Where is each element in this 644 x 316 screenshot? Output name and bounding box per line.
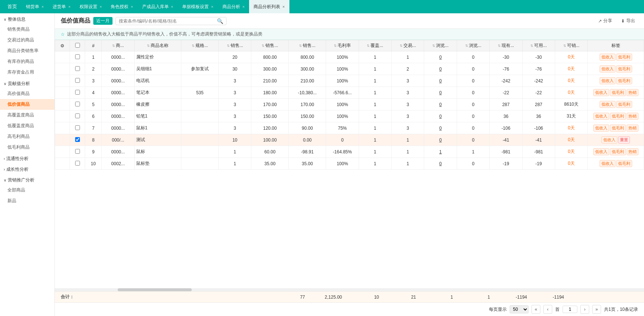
col-header-coverage[interactable]: ⇅覆盖... (359, 40, 391, 51)
row-checkbox[interactable] (75, 54, 80, 59)
view1-link[interactable]: 0 (439, 137, 442, 143)
cell-check[interactable] (70, 63, 85, 75)
nav-home[interactable]: 首页 (3, 0, 21, 13)
nav-purchase[interactable]: 进货单× (48, 0, 75, 13)
cell-check[interactable] (70, 158, 85, 170)
last-page-button[interactable]: » (592, 305, 601, 314)
sidebar-item-stock-products[interactable]: 有库存的商品 (0, 56, 54, 67)
cell-check[interactable] (70, 51, 85, 63)
sidebar-item-stock-capital[interactable]: 库存资金占用 (0, 67, 54, 78)
nav-permission[interactable]: 权限设置× (75, 0, 106, 13)
view1-link[interactable]: 0 (439, 55, 442, 60)
nav-role[interactable]: 角色授权× (106, 0, 137, 13)
cell-view1[interactable]: 0 (424, 111, 457, 122)
sidebar-item-traded-products[interactable]: 交易过的商品 (0, 35, 54, 45)
horizontal-scrollbar[interactable] (55, 288, 644, 291)
cell-view1[interactable]: 0 (424, 75, 457, 87)
search-icon[interactable]: 🔍 (217, 18, 223, 24)
cell-view1[interactable]: 0 (424, 99, 457, 111)
cell-settings[interactable] (55, 134, 70, 146)
row-checkbox[interactable] (75, 137, 80, 142)
row-checkbox[interactable] (75, 78, 80, 83)
row-checkbox[interactable] (75, 149, 80, 154)
cell-check[interactable] (70, 122, 85, 134)
sidebar-item-sales-products[interactable]: 销售类商品 (0, 24, 54, 35)
export-button[interactable]: ⬇ 导出 (618, 16, 638, 26)
col-header-settings[interactable]: ⚙ (55, 40, 70, 51)
scrollbar-thumb[interactable] (118, 288, 192, 291)
nav-template[interactable]: 单据模板设置× (178, 0, 218, 13)
cell-settings[interactable] (55, 51, 70, 63)
prev-page-button[interactable]: ‹ (543, 305, 552, 314)
sidebar-item-low-margin[interactable]: 低毛利商品 (0, 142, 54, 153)
view1-link[interactable]: 0 (439, 114, 442, 119)
cell-settings[interactable] (55, 111, 70, 122)
cell-settings[interactable] (55, 63, 70, 75)
sidebar-item-high-value[interactable]: 高价值商品 (0, 88, 54, 99)
col-header-spec[interactable]: ⇅规格... (181, 40, 218, 51)
cell-settings[interactable] (55, 87, 70, 99)
share-button[interactable]: ↗ 分享 (595, 16, 615, 26)
next-page-button[interactable]: › (580, 305, 589, 314)
cell-view1[interactable]: 0 (424, 87, 457, 99)
data-table-wrapper[interactable]: ⚙ # ⇅商... ⇅商品名称 ⇅规格... (55, 40, 644, 288)
col-header-gross-rate[interactable]: ⇅毛利率 (326, 40, 359, 51)
cell-settings[interactable] (55, 122, 70, 134)
search-input[interactable] (119, 18, 215, 24)
row-checkbox[interactable] (75, 66, 80, 71)
sidebar-item-low-coverage[interactable]: 低覆盖度商品 (0, 120, 54, 131)
view1-link[interactable]: 0 (439, 90, 442, 95)
sidebar-group-flow[interactable]: › 流通性分析 (0, 153, 54, 163)
sidebar-item-low-value[interactable]: 低价值商品 (0, 99, 54, 110)
cell-check[interactable] (70, 99, 85, 111)
col-header-sale-avg[interactable]: ⇅销售... (289, 40, 326, 51)
sidebar-item-all-products[interactable]: 全部商品 (0, 185, 54, 196)
sidebar-item-high-margin[interactable]: 高毛利商品 (0, 131, 54, 142)
cell-view1[interactable]: 0 (424, 122, 457, 134)
filter-tag-month[interactable]: 近一月 (93, 17, 113, 25)
cell-view1[interactable]: 0 (424, 51, 457, 63)
row-checkbox[interactable] (75, 125, 80, 130)
cell-view1[interactable]: 0 (424, 63, 457, 75)
col-header-stock[interactable]: ⇅现有... (490, 40, 522, 51)
col-header-name[interactable]: ⇅商品名称 (134, 40, 181, 51)
sidebar-group-growth[interactable]: › 成长性分析 (0, 163, 54, 174)
col-header-view2[interactable]: ⇅浏览... (457, 40, 489, 51)
nav-analysis[interactable]: 商品分析× (218, 0, 249, 13)
cell-view1[interactable]: 0 (424, 134, 457, 146)
first-page-button[interactable]: « (531, 305, 540, 314)
cell-check[interactable] (70, 75, 85, 87)
row-checkbox[interactable] (75, 90, 80, 95)
sidebar-group-overall[interactable]: ∨ 整体信息 (0, 13, 54, 24)
cell-settings[interactable] (55, 146, 70, 158)
cell-check[interactable] (70, 134, 85, 146)
sidebar-item-category-sales-rate[interactable]: 商品分类销售率 (0, 45, 54, 56)
col-header-sale-amt[interactable]: ⇅销售... (251, 40, 289, 51)
col-header-sellable[interactable]: ⇅可销... (555, 40, 587, 51)
per-page-select[interactable]: 50 100 200 (510, 305, 529, 313)
nav-analysis-list[interactable]: 商品分析列表× (249, 0, 289, 13)
col-header-trade[interactable]: ⇅交易... (392, 40, 424, 51)
view1-link[interactable]: 1 (439, 149, 442, 154)
cell-check[interactable] (70, 111, 85, 122)
cell-settings[interactable] (55, 99, 70, 111)
cell-check[interactable] (70, 146, 85, 158)
cell-settings[interactable] (55, 158, 70, 170)
cell-view1[interactable]: 0 (424, 158, 457, 170)
col-header-view1[interactable]: ⇅浏览... (424, 40, 457, 51)
col-header-sale-qty[interactable]: ⇅销售... (218, 40, 251, 51)
cell-settings[interactable] (55, 75, 70, 87)
view1-link[interactable]: 0 (439, 126, 442, 131)
view1-link[interactable]: 0 (439, 161, 442, 166)
page-number-input[interactable] (563, 306, 577, 313)
sidebar-group-marketing[interactable]: ∨ 营销推广分析 (0, 174, 54, 185)
nav-sales[interactable]: 销货单× (21, 0, 48, 13)
sidebar-group-contribution[interactable]: ∨ 贡献值分析 (0, 78, 54, 88)
cell-view1[interactable]: 1 (424, 146, 457, 158)
view1-link[interactable]: 0 (439, 102, 442, 107)
view1-link[interactable]: 0 (439, 67, 442, 72)
search-box[interactable]: 🔍 (115, 17, 227, 25)
row-checkbox[interactable] (75, 113, 80, 118)
row-checkbox[interactable] (75, 102, 80, 106)
col-header-check[interactable] (70, 40, 85, 51)
